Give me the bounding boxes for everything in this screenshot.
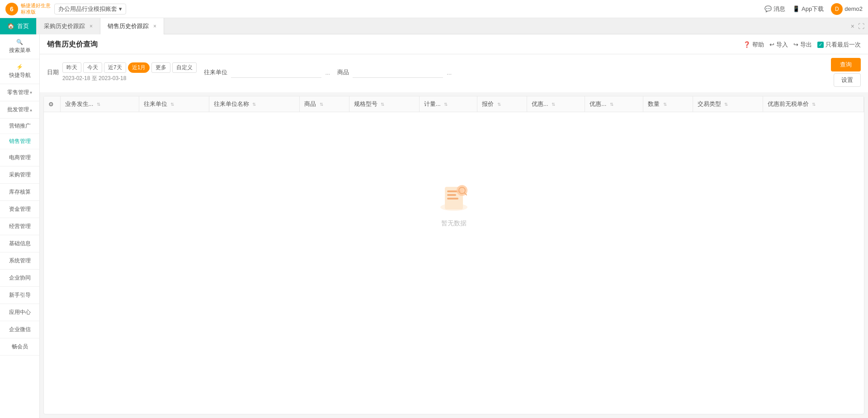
only-last-checkbox-label[interactable]: ✓ 只看最后一次 <box>817 41 861 49</box>
page-title-row: 销售历史价查询 ❓ 帮助 ↩ 导入 ↪ 导出 ✓ <box>47 40 861 49</box>
search-icon: 🔍 <box>16 39 23 45</box>
message-btn[interactable]: 💬 消息 <box>764 5 785 13</box>
top-bar: 6 畅捷通好生意 标准版 办公用品行业模拟账套 ▾ 💬 消息 📱 App下载 D… <box>0 0 868 18</box>
close-tab-sales[interactable]: × <box>153 23 156 29</box>
table-header: ⚙ 业务发生... ⇅ 往来单位 ⇅ 往来单位名称 ⇅ <box>44 96 864 112</box>
date-filter-group: 日期 昨天 今天 近7天 近1月 更多 自定义 2023-02-18 至 202… <box>47 62 197 82</box>
col-discount1[interactable]: 优惠... ⇅ <box>527 96 585 112</box>
sidebar: 🔍 搜索菜单 ⚡ 快捷导航 零售管理 ▾ 批发管理 ▴ 营销推广 销售管理 电商… <box>0 34 40 418</box>
settings-icon[interactable]: ⚙ <box>48 101 54 108</box>
checkbox-checked-icon: ✓ <box>817 42 824 48</box>
fullscreen-btn[interactable]: ⛶ <box>858 23 864 30</box>
sort-icon: ⇅ <box>497 102 501 107</box>
nav-icon: ⚡ <box>16 64 23 70</box>
tab-bar-actions: × ⛶ <box>851 23 868 30</box>
sidebar-item-enterprise[interactable]: 企业协同 <box>0 270 39 287</box>
col-settings[interactable]: ⚙ <box>44 96 60 112</box>
empty-illustration <box>436 178 472 214</box>
sort-icon: ⇅ <box>610 102 613 107</box>
sort-icon: ⇅ <box>812 102 816 107</box>
sidebar-item-inventory[interactable]: 库存核算 <box>0 184 39 201</box>
sidebar-item-finance[interactable]: 资金管理 <box>0 201 39 218</box>
col-partner-code[interactable]: 往来单位 ⇅ <box>139 96 209 112</box>
sidebar-item-purchase[interactable]: 采购管理 <box>0 166 39 184</box>
logo-text: 畅捷通好生意 标准版 <box>21 3 51 14</box>
date-7days-btn[interactable]: 近7天 <box>104 62 126 73</box>
partner-dots[interactable]: ... <box>325 69 330 76</box>
col-quote[interactable]: 报价 ⇅ <box>477 96 527 112</box>
sidebar-item-newcomer[interactable]: 新手引导 <box>0 287 39 304</box>
sidebar-item-search-menu[interactable]: 🔍 搜索菜单 <box>0 34 39 59</box>
data-table: ⚙ 业务发生... ⇅ 往来单位 ⇅ 往来单位名称 ⇅ <box>44 96 864 112</box>
col-unit[interactable]: 计量... ⇅ <box>419 96 477 112</box>
company-selector[interactable]: 办公用品行业模拟账套 ▾ <box>54 4 126 14</box>
filter-bar: 日期 昨天 今天 近7天 近1月 更多 自定义 2023-02-18 至 202… <box>40 54 868 92</box>
sort-icon: ⇅ <box>552 102 555 107</box>
top-bar-left: 6 畅捷通好生意 标准版 办公用品行业模拟账套 ▾ <box>5 3 126 15</box>
date-today-btn[interactable]: 今天 <box>83 62 102 73</box>
col-qty[interactable]: 数量 ⇅ <box>643 96 693 112</box>
date-yesterday-btn[interactable]: 昨天 <box>62 62 81 73</box>
date-range-text: 2023-02-18 至 2023-03-18 <box>62 75 126 82</box>
tab-purchase-history[interactable]: 采购历史价跟踪 × <box>37 18 100 34</box>
date-custom-btn[interactable]: 自定义 <box>172 62 197 73</box>
close-all-tabs-btn[interactable]: × <box>851 23 854 30</box>
content-area: 销售历史价查询 ❓ 帮助 ↩ 导入 ↪ 导出 ✓ <box>40 34 868 418</box>
sidebar-item-member[interactable]: 畅会员 <box>0 338 39 356</box>
date-more-btn[interactable]: 更多 <box>151 62 170 73</box>
table-container: ⚙ 业务发生... ⇅ 往来单位 ⇅ 往来单位名称 ⇅ <box>43 96 864 414</box>
product-filter-group: 商品 ... <box>337 67 452 78</box>
col-trade-type[interactable]: 交易类型 ⇅ <box>693 96 763 112</box>
chevron-down-icon: ▾ <box>119 5 122 12</box>
sidebar-item-retail[interactable]: 零售管理 ▾ <box>0 84 39 101</box>
user-avatar: D <box>831 3 843 15</box>
sidebar-item-marketing[interactable]: 营销推广 <box>0 119 39 134</box>
col-spec[interactable]: 规格型号 ⇅ <box>349 96 419 112</box>
tab-sales-history[interactable]: 销售历史价跟踪 × <box>100 18 164 34</box>
product-dots[interactable]: ... <box>447 69 452 76</box>
col-biz-date[interactable]: 业务发生... ⇅ <box>60 96 139 112</box>
partner-input[interactable] <box>231 67 321 78</box>
partner-label: 往来单位 <box>204 68 227 76</box>
sidebar-item-quick-nav[interactable]: ⚡ 快捷导航 <box>0 59 39 84</box>
close-tab-purchase[interactable]: × <box>90 23 93 29</box>
date-filters: 昨天 今天 近7天 近1月 更多 自定义 2023-02-18 至 2023-0… <box>62 62 197 82</box>
page-header: 销售历史价查询 ❓ 帮助 ↩ 导入 ↪ 导出 ✓ <box>40 34 868 54</box>
col-discount2[interactable]: 优惠... ⇅ <box>585 96 643 112</box>
sort-icon: ⇅ <box>97 102 100 107</box>
sort-icon: ⇅ <box>252 102 256 107</box>
date-buttons: 昨天 今天 近7天 近1月 更多 自定义 <box>62 62 197 73</box>
settings-button[interactable]: 设置 <box>834 73 861 87</box>
user-menu[interactable]: D demo2 <box>831 3 863 15</box>
chevron-down-icon: ▾ <box>30 90 32 95</box>
col-partner-name[interactable]: 往来单位名称 ⇅ <box>209 96 300 112</box>
sidebar-item-system[interactable]: 系统管理 <box>0 252 39 270</box>
sidebar-item-enterprise-wechat[interactable]: 企业微信 <box>0 321 39 338</box>
date-1month-btn[interactable]: 近1月 <box>128 62 150 73</box>
export-btn[interactable]: ↪ 导出 <box>793 41 812 49</box>
app-download-btn[interactable]: 📱 App下载 <box>793 5 824 13</box>
product-input[interactable] <box>353 67 443 78</box>
main-layout: 🔍 搜索菜单 ⚡ 快捷导航 零售管理 ▾ 批发管理 ▴ 营销推广 销售管理 电商… <box>0 34 868 418</box>
sidebar-item-ecommerce[interactable]: 电商管理 <box>0 149 39 166</box>
sidebar-item-operations[interactable]: 经营管理 <box>0 218 39 235</box>
import-btn[interactable]: ↩ 导入 <box>769 41 788 49</box>
sort-icon: ⇅ <box>444 102 448 107</box>
sort-icon: ⇅ <box>663 102 667 107</box>
sort-icon: ⇅ <box>170 102 174 107</box>
tab-home[interactable]: 🏠 首页 <box>0 18 37 34</box>
page-title: 销售历史价查询 <box>47 40 98 49</box>
sidebar-item-basic-info[interactable]: 基础信息 <box>0 235 39 252</box>
date-label: 日期 <box>47 68 59 76</box>
col-product[interactable]: 商品 ⇅ <box>300 96 349 112</box>
sidebar-item-app-center[interactable]: 应用中心 <box>0 304 39 321</box>
help-btn[interactable]: ❓ 帮助 <box>743 41 764 49</box>
sidebar-item-wholesale[interactable]: 批发管理 ▴ <box>0 101 39 119</box>
query-button[interactable]: 查询 <box>831 58 861 71</box>
col-pre-tax-price[interactable]: 优惠前无税单价 ⇅ <box>763 96 863 112</box>
sidebar-item-sales-mgmt[interactable]: 销售管理 <box>0 134 39 149</box>
svg-rect-3 <box>447 194 456 196</box>
page-actions: ❓ 帮助 ↩ 导入 ↪ 导出 ✓ 只看最后一次 <box>743 41 861 49</box>
home-icon: 🏠 <box>7 23 14 29</box>
tab-bar: 🏠 首页 采购历史价跟踪 × 销售历史价跟踪 × × ⛶ <box>0 18 868 34</box>
